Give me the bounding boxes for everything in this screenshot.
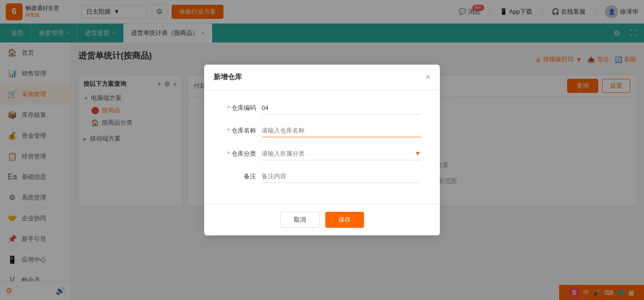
code-required-star: * (227, 104, 230, 111)
modal-header: 新增仓库 × (204, 65, 440, 90)
category-select[interactable]: ▼ (262, 147, 421, 160)
code-field-row: * 仓库编码 (223, 101, 421, 115)
warehouse-name-input[interactable] (262, 124, 421, 137)
modal-title: 新增仓库 (214, 73, 242, 82)
remark-input[interactable] (262, 170, 421, 183)
category-required-star: * (227, 150, 230, 157)
category-select-input[interactable] (262, 150, 414, 157)
remark-label: 备注 (223, 172, 256, 181)
modal-overlay[interactable]: 新增仓库 × * 仓库编码 * 仓库名称 (0, 0, 644, 300)
warehouse-code-input[interactable] (262, 101, 421, 115)
modal-footer: 取消 保存 (204, 204, 440, 235)
name-label: * 仓库名称 (223, 126, 256, 135)
cancel-button[interactable]: 取消 (280, 212, 320, 228)
name-required-star: * (227, 127, 230, 134)
modal-body: * 仓库编码 * 仓库名称 * 仓库分类 (204, 90, 440, 204)
modal-close-button[interactable]: × (425, 72, 430, 82)
remark-field-row: 备注 (223, 170, 421, 183)
category-dropdown-icon: ▼ (414, 150, 421, 157)
save-button[interactable]: 保存 (325, 212, 364, 228)
name-field-row: * 仓库名称 (223, 124, 421, 137)
add-warehouse-modal: 新增仓库 × * 仓库编码 * 仓库名称 (204, 65, 440, 235)
category-label: * 仓库分类 (223, 150, 256, 158)
code-label: * 仓库编码 (223, 104, 256, 112)
category-field-row: * 仓库分类 ▼ (223, 147, 421, 160)
